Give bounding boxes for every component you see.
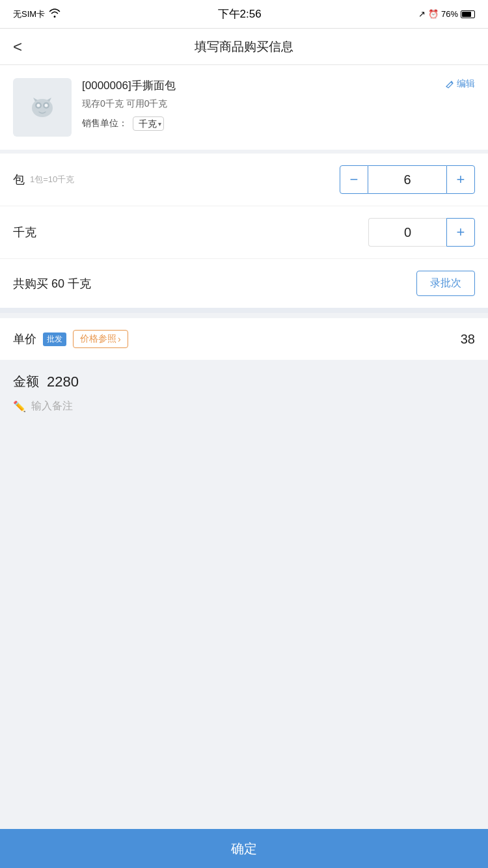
svg-point-0 <box>32 99 53 117</box>
kg-row: 千克 + <box>0 206 488 259</box>
unit-select[interactable]: 千克 包 <box>133 116 164 131</box>
bao-label: 包 <box>13 172 25 187</box>
kg-controls: + <box>368 218 475 247</box>
status-time: 下午2:56 <box>218 7 262 21</box>
amount-section: 金额 2280 ✏️ 输入备注 <box>0 360 488 420</box>
note-placeholder: 输入备注 <box>31 400 73 413</box>
bao-controls: − + <box>340 165 475 194</box>
note-row[interactable]: ✏️ 输入备注 <box>13 400 475 413</box>
amount-label: 金额 <box>13 373 39 390</box>
price-section: 单价 批发 价格参照 › 38 <box>0 318 488 360</box>
product-stock: 现存0千克 可用0千克 <box>82 98 475 110</box>
confirm-button[interactable]: 确定 <box>0 829 488 868</box>
pencil-icon: ✏️ <box>13 400 26 413</box>
form-section: 包 1包=10千克 − + 千克 + <box>0 154 488 259</box>
price-ref-label: 价格参照 <box>80 333 116 345</box>
back-button[interactable]: < <box>13 38 22 56</box>
total-label: 共购买 60 千克 <box>13 276 91 292</box>
battery-icon <box>461 10 475 18</box>
sale-unit-label: 销售单位： <box>82 118 128 129</box>
amount-row: 金额 2280 <box>13 373 475 390</box>
price-ref-arrow: › <box>118 334 121 344</box>
batch-tag: 批发 <box>43 332 66 346</box>
bao-minus-button[interactable]: − <box>340 165 368 194</box>
wifi-icon <box>49 8 61 20</box>
section-divider-1 <box>0 308 488 313</box>
status-right: ↗ ⏰ 76% <box>418 9 475 19</box>
product-info: [0000006]手撕面包 编辑 现存0千克 可用0千克 销售单位： 千克 包 <box>82 78 475 131</box>
edit-label: 编辑 <box>457 78 475 90</box>
edit-button[interactable]: 编辑 <box>446 78 475 90</box>
kg-quantity-input[interactable] <box>368 218 446 247</box>
product-unit-row: 销售单位： 千克 包 <box>82 116 475 131</box>
bao-hint: 1包=10千克 <box>30 174 340 185</box>
kg-label: 千克 <box>13 224 36 240</box>
carrier-label: 无SIM卡 <box>13 8 45 20</box>
svg-point-3 <box>37 104 40 107</box>
status-left: 无SIM卡 <box>13 8 61 20</box>
bao-row: 包 1包=10千克 − + <box>0 154 488 206</box>
status-bar: 无SIM卡 下午2:56 ↗ ⏰ 76% <box>0 0 488 29</box>
empty-space <box>0 420 488 615</box>
price-ref-button[interactable]: 价格参照 › <box>73 330 128 348</box>
page-title: 填写商品购买信息 <box>195 38 293 55</box>
amount-value: 2280 <box>47 373 79 390</box>
product-card: [0000006]手撕面包 编辑 现存0千克 可用0千克 销售单位： 千克 包 <box>0 65 488 154</box>
price-value: 38 <box>461 332 475 347</box>
price-left: 单价 批发 价格参照 › <box>13 330 128 348</box>
location-icon: ↗ <box>418 9 426 19</box>
total-row: 共购买 60 千克 录批次 <box>0 259 488 308</box>
alarm-icon: ⏰ <box>428 9 439 19</box>
svg-point-4 <box>45 104 48 107</box>
kg-plus-button[interactable]: + <box>446 218 475 247</box>
batch-button[interactable]: 录批次 <box>416 271 475 296</box>
unit-select-wrap[interactable]: 千克 包 <box>133 116 164 131</box>
bao-plus-button[interactable]: + <box>446 165 475 194</box>
bao-quantity-input[interactable] <box>368 165 446 194</box>
product-name: [0000006]手撕面包 <box>82 78 176 93</box>
price-label: 单价 <box>13 331 36 347</box>
product-thumbnail <box>13 78 72 137</box>
battery-percent: 76% <box>441 9 458 19</box>
nav-bar: < 填写商品购买信息 <box>0 29 488 65</box>
